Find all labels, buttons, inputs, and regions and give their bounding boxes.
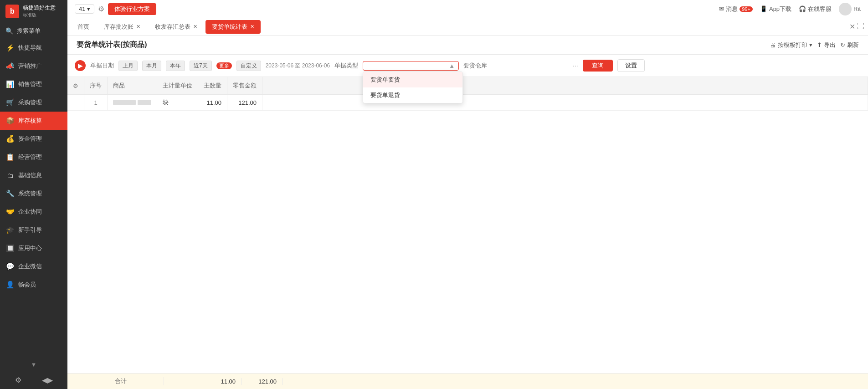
top-bar: 41 ▾ ⚙ 体验行业方案 ✉ 消息 99+ 📱 App下载 🎧 在	[67, 0, 868, 18]
row-index: 1	[84, 95, 108, 111]
sidebar-item-label-quick-nav: 快捷导航	[18, 44, 42, 52]
sidebar-item-sales[interactable]: 📊 销售管理	[0, 75, 67, 93]
sidebar-item-system[interactable]: 🔧 系统管理	[0, 184, 67, 203]
export-button[interactable]: ⬆ 导出	[817, 41, 836, 49]
row-checkbox[interactable]	[67, 95, 84, 111]
sidebar-item-marketing[interactable]: 📣 营销推广	[0, 57, 67, 75]
tab-stock-batch-label: 库存批次账	[104, 23, 134, 31]
basic-icon: 🗂	[5, 171, 15, 180]
sidebar-item-enterprise[interactable]: 🤝 企业协同	[0, 203, 67, 221]
tab-stock-batch-close[interactable]: ✕	[136, 24, 140, 30]
message-badge: 99+	[740, 6, 753, 12]
export-label: 导出	[824, 41, 836, 49]
last-month-button[interactable]: 上月	[118, 61, 138, 71]
sidebar-item-member[interactable]: 👤 畅会员	[0, 276, 67, 294]
filter-bar: ▶ 单据日期 上月 本月 本年 近7天 更多 自定义 2023-05-06 至 …	[67, 55, 868, 77]
purchase-icon: 🛒	[5, 98, 15, 107]
sidebar-item-quick-nav[interactable]: ⚡ 快捷导航	[0, 39, 67, 57]
dropdown-item-order-goods[interactable]: 要货单要货	[363, 72, 462, 87]
row-amount: 121.00	[227, 95, 262, 111]
message-icon: ✉	[719, 5, 724, 12]
tab-home[interactable]: 首页	[71, 20, 96, 34]
sidebar-item-guide[interactable]: 🎓 新手引导	[0, 221, 67, 239]
search-icon: 🔍	[5, 27, 13, 35]
sidebar-item-purchase[interactable]: 🛒 采购管理	[0, 93, 67, 112]
tab-recv-summary-label: 收发存汇总表	[155, 23, 190, 31]
tab-stock-batch[interactable]: 库存批次账 ✕	[98, 20, 147, 34]
date-range-text: 2023-05-06 至 2023-06-06	[266, 62, 330, 70]
tab-recv-summary-close[interactable]: ✕	[193, 24, 197, 30]
sidebar-item-label-wechat: 企业微信	[18, 262, 42, 271]
company-name: 畅捷通好生意	[23, 5, 56, 12]
message-button[interactable]: ✉ 消息 99+	[719, 5, 753, 13]
sidebar-item-label-member: 畅会员	[18, 281, 36, 289]
type-input[interactable]: ▲	[363, 61, 459, 71]
main-content: 41 ▾ ⚙ 体验行业方案 ✉ 消息 99+ 📱 App下载 🎧 在	[67, 0, 868, 389]
this-year-button[interactable]: 本年	[166, 61, 185, 71]
sidebar-scroll-down[interactable]: ▼	[0, 358, 67, 371]
tab-home-label: 首页	[77, 23, 89, 31]
store-settings-icon[interactable]: ⚙	[98, 5, 104, 13]
this-month-button[interactable]: 本月	[142, 61, 161, 71]
print-label: 按模板打印	[778, 41, 807, 49]
collapse-icon[interactable]: ◀▶	[42, 376, 53, 384]
sidebar-item-stock[interactable]: 📦 库存核算	[0, 112, 67, 130]
warehouse-more-icon[interactable]: ···	[573, 62, 578, 69]
col-quantity: 主数量	[198, 77, 227, 95]
print-chevron-icon: ▾	[809, 41, 812, 48]
filter-expand-button[interactable]: ▶	[75, 60, 86, 71]
tab-expand-area: ✕ ⛶	[849, 22, 864, 31]
sidebar-nav: ⚡ 快捷导航 📣 营销推广 📊 销售管理 🛒 采购管理 📦 库存核算 💰 资金管…	[0, 39, 67, 358]
store-selector[interactable]: 41 ▾	[75, 4, 94, 14]
sidebar-item-wechat[interactable]: 💬 企业微信	[0, 257, 67, 276]
filter-settings-button[interactable]: 设置	[617, 59, 645, 72]
online-service-button[interactable]: 🎧 在线客服	[799, 5, 832, 13]
user-name: Rit	[853, 5, 861, 12]
sidebar-item-app-center[interactable]: 🔲 应用中心	[0, 239, 67, 257]
sidebar-item-label-sales: 销售管理	[18, 80, 42, 88]
sidebar-item-operation[interactable]: 📋 经营管理	[0, 148, 67, 166]
date-more-badge[interactable]: 更多	[216, 62, 232, 69]
type-caret-icon[interactable]: ▲	[449, 62, 455, 69]
table-area: ⚙ 序号 商品 主计量单位 主数量 零售金额 1	[67, 77, 868, 389]
edition-label: 标准版	[23, 12, 56, 18]
sidebar-item-basic[interactable]: 🗂 基础信息	[0, 166, 67, 184]
col-settings[interactable]: ⚙	[67, 77, 84, 95]
tab-order-stats-close[interactable]: ✕	[250, 24, 254, 30]
refresh-button[interactable]: ↻ 刷新	[840, 41, 859, 49]
store-number: 41	[79, 5, 85, 12]
print-icon: 🖨	[770, 41, 776, 48]
wechat-icon: 💬	[5, 262, 15, 271]
tab-close-all-icon[interactable]: ✕	[849, 22, 855, 31]
stock-icon: 📦	[5, 116, 15, 125]
tab-recv-summary[interactable]: 收发存汇总表 ✕	[149, 20, 204, 34]
settings-icon[interactable]: ⚙	[15, 376, 21, 384]
type-input-field[interactable]	[367, 62, 449, 69]
marketing-icon: 📣	[5, 61, 15, 71]
warehouse-input[interactable]	[492, 62, 568, 69]
user-profile[interactable]: Rit	[839, 3, 861, 15]
trial-button[interactable]: 体验行业方案	[108, 3, 156, 15]
sidebar-item-finance[interactable]: 💰 资金管理	[0, 130, 67, 148]
tab-order-stats[interactable]: 要货单统计表 ✕	[205, 20, 261, 34]
print-button[interactable]: 🖨 按模板打印 ▾	[770, 41, 812, 49]
app-download-button[interactable]: 📱 App下载	[760, 5, 791, 13]
search-menu-button[interactable]: 🔍 搜索菜单	[0, 23, 67, 39]
sidebar-item-label-stock: 库存核算	[18, 117, 42, 125]
sidebar-item-label-operation: 经营管理	[18, 153, 42, 161]
row-quantity: 11.00	[198, 95, 227, 111]
dropdown-item-order-return[interactable]: 要货单退货	[363, 87, 462, 103]
footer-quantity: 11.00	[200, 378, 241, 385]
sidebar-item-label-guide: 新手引导	[18, 226, 42, 234]
col-extra	[262, 77, 868, 95]
table-footer: 合计 11.00 121.00	[67, 373, 868, 389]
refresh-icon: ↻	[840, 41, 845, 48]
table-wrapper[interactable]: ⚙ 序号 商品 主计量单位 主数量 零售金额 1	[67, 77, 868, 373]
col-unit: 主计量单位	[157, 77, 198, 95]
table-row: 1 块 11.00 121.00	[67, 95, 868, 111]
query-button[interactable]: 查询	[583, 60, 613, 72]
tab-maximize-icon[interactable]: ⛶	[857, 22, 864, 31]
last-7-days-button[interactable]: 近7天	[190, 61, 212, 71]
custom-date-button[interactable]: 自定义	[236, 61, 261, 71]
finance-icon: 💰	[5, 134, 15, 143]
